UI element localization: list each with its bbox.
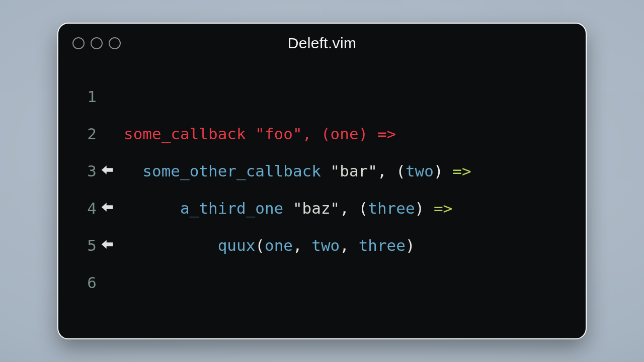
code-token: "bar"	[331, 162, 377, 180]
gutter	[100, 162, 124, 180]
terminal-window: Deleft.vim 12some_callback "foo", (one) …	[57, 23, 587, 339]
code-token: some_other_callback	[124, 162, 331, 180]
code-editor[interactable]: 12some_callback "foo", (one) =>3 some_ot…	[58, 63, 586, 316]
zoom-icon[interactable]	[109, 37, 121, 49]
page-background: Deleft.vim 12some_callback "foo", (one) …	[0, 0, 644, 362]
close-icon[interactable]	[72, 37, 85, 49]
dedent-arrow-icon	[100, 162, 115, 180]
window-titlebar: Deleft.vim	[58, 24, 586, 63]
code-line[interactable]: 2some_callback "foo", (one) =>	[73, 115, 571, 152]
code-token: , (	[340, 199, 368, 217]
code-content: some_callback "foo", (one) =>	[124, 126, 571, 142]
code-token: ,	[293, 236, 311, 254]
code-line[interactable]: 1	[73, 78, 571, 115]
code-token: )	[415, 199, 434, 217]
code-line[interactable]: 4 a_third_one "baz", (three) =>	[73, 190, 571, 227]
code-token: some_callback	[124, 125, 255, 143]
code-token: =>	[452, 162, 471, 180]
code-content: quux(one, two, three)	[124, 238, 571, 253]
code-token: quux	[124, 236, 255, 254]
code-token: (	[255, 236, 265, 254]
code-token: three	[368, 199, 415, 217]
line-number: 5	[73, 238, 100, 253]
code-token: three	[359, 236, 406, 254]
code-token: "foo"	[255, 125, 302, 143]
code-token: =>	[434, 199, 452, 217]
code-line[interactable]: 6	[73, 264, 571, 301]
code-token: two	[311, 236, 340, 254]
dedent-arrow-icon	[100, 237, 115, 254]
line-number: 1	[73, 89, 100, 105]
code-token: a_third_one	[124, 199, 293, 217]
code-token: two	[406, 162, 434, 180]
code-token: )	[434, 162, 452, 180]
code-content: some_other_callback "bar", (two) =>	[124, 163, 571, 179]
gutter	[100, 237, 124, 254]
code-token: "baz"	[293, 199, 340, 217]
line-number: 6	[73, 275, 100, 291]
gutter	[100, 200, 124, 217]
code-line[interactable]: 5 quux(one, two, three)	[73, 227, 571, 264]
line-number: 2	[73, 126, 100, 142]
line-number: 4	[73, 201, 100, 216]
window-title: Deleft.vim	[58, 35, 586, 52]
minimize-icon[interactable]	[91, 37, 103, 49]
window-controls	[72, 37, 121, 49]
code-token: ,	[340, 236, 358, 254]
line-number: 3	[73, 163, 100, 179]
dedent-arrow-icon	[100, 200, 115, 217]
code-token: one	[265, 236, 293, 254]
code-token: , (	[377, 162, 406, 180]
code-line[interactable]: 3 some_other_callback "bar", (two) =>	[73, 152, 571, 190]
code-token: , (one)	[302, 125, 377, 143]
code-token: )	[406, 236, 415, 254]
code-content: a_third_one "baz", (three) =>	[124, 201, 571, 216]
code-token: =>	[377, 125, 396, 143]
